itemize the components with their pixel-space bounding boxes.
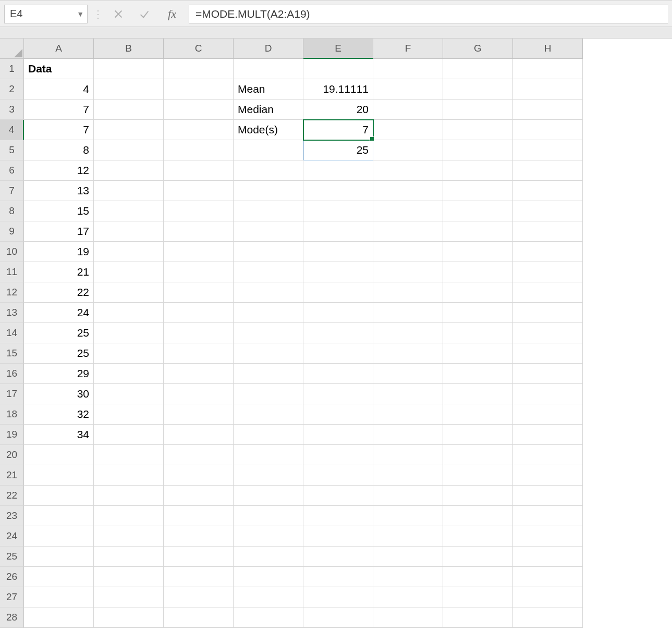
- cell-D19[interactable]: [234, 425, 303, 445]
- cell-E2[interactable]: 19.11111: [303, 79, 373, 100]
- cell-F5[interactable]: [373, 140, 443, 160]
- cell-E7[interactable]: [303, 181, 373, 201]
- cell-B11[interactable]: [94, 262, 164, 282]
- cell-A17[interactable]: 30: [24, 384, 94, 404]
- row-header-9[interactable]: 9: [0, 221, 24, 242]
- cell-B28[interactable]: [94, 607, 164, 628]
- cell-H3[interactable]: [513, 100, 583, 120]
- cell-H28[interactable]: [513, 607, 583, 628]
- row-header-13[interactable]: 13: [0, 303, 24, 323]
- cell-H12[interactable]: [513, 282, 583, 303]
- cell-H1[interactable]: [513, 59, 583, 79]
- cell-H8[interactable]: [513, 201, 583, 221]
- cell-H14[interactable]: [513, 323, 583, 343]
- cell-A11[interactable]: 21: [24, 262, 94, 282]
- cell-F12[interactable]: [373, 282, 443, 303]
- cell-E8[interactable]: [303, 201, 373, 221]
- cell-C8[interactable]: [164, 201, 234, 221]
- cell-B27[interactable]: [94, 587, 164, 607]
- cell-H2[interactable]: [513, 79, 583, 100]
- cell-D22[interactable]: [234, 486, 303, 506]
- formula-input[interactable]: =MODE.MULT(A2:A19): [189, 5, 668, 23]
- cell-A2[interactable]: 4: [24, 79, 94, 100]
- cell-E23[interactable]: [303, 506, 373, 526]
- chevron-down-icon[interactable]: ▼: [77, 10, 84, 18]
- cell-C18[interactable]: [164, 404, 234, 425]
- cell-C2[interactable]: [164, 79, 234, 100]
- cell-C22[interactable]: [164, 486, 234, 506]
- column-header-H[interactable]: H: [513, 39, 583, 59]
- cell-E28[interactable]: [303, 607, 373, 628]
- cell-D12[interactable]: [234, 282, 303, 303]
- cell-A9[interactable]: 17: [24, 221, 94, 242]
- cell-H24[interactable]: [513, 526, 583, 547]
- cell-F28[interactable]: [373, 607, 443, 628]
- cell-D15[interactable]: [234, 343, 303, 364]
- cell-C24[interactable]: [164, 526, 234, 547]
- cell-A26[interactable]: [24, 567, 94, 587]
- cell-G19[interactable]: [443, 425, 513, 445]
- cell-F18[interactable]: [373, 404, 443, 425]
- cell-D1[interactable]: [234, 59, 303, 79]
- column-header-E[interactable]: E: [303, 39, 373, 59]
- cell-A4[interactable]: 7: [24, 120, 94, 140]
- cell-B22[interactable]: [94, 486, 164, 506]
- cell-G11[interactable]: [443, 262, 513, 282]
- cell-F22[interactable]: [373, 486, 443, 506]
- cell-A21[interactable]: [24, 465, 94, 486]
- row-header-19[interactable]: 19: [0, 425, 24, 445]
- cell-B16[interactable]: [94, 364, 164, 384]
- cell-H15[interactable]: [513, 343, 583, 364]
- row-header-12[interactable]: 12: [0, 282, 24, 303]
- cell-E17[interactable]: [303, 384, 373, 404]
- cell-H16[interactable]: [513, 364, 583, 384]
- cell-H10[interactable]: [513, 242, 583, 262]
- cell-H27[interactable]: [513, 587, 583, 607]
- cell-G6[interactable]: [443, 160, 513, 181]
- row-header-11[interactable]: 11: [0, 262, 24, 282]
- cell-F7[interactable]: [373, 181, 443, 201]
- cell-D17[interactable]: [234, 384, 303, 404]
- cell-E15[interactable]: [303, 343, 373, 364]
- cell-G22[interactable]: [443, 486, 513, 506]
- cell-A15[interactable]: 25: [24, 343, 94, 364]
- cell-H9[interactable]: [513, 221, 583, 242]
- cell-E4[interactable]: 7: [303, 120, 373, 140]
- row-header-10[interactable]: 10: [0, 242, 24, 262]
- check-icon[interactable]: [131, 1, 157, 27]
- cell-G12[interactable]: [443, 282, 513, 303]
- cell-E18[interactable]: [303, 404, 373, 425]
- cell-B14[interactable]: [94, 323, 164, 343]
- cell-G20[interactable]: [443, 445, 513, 465]
- cell-D2[interactable]: Mean: [234, 79, 303, 100]
- cell-E19[interactable]: [303, 425, 373, 445]
- cell-E9[interactable]: [303, 221, 373, 242]
- cell-G14[interactable]: [443, 323, 513, 343]
- cell-C14[interactable]: [164, 323, 234, 343]
- cell-F19[interactable]: [373, 425, 443, 445]
- cell-C21[interactable]: [164, 465, 234, 486]
- cell-C27[interactable]: [164, 587, 234, 607]
- cell-A20[interactable]: [24, 445, 94, 465]
- cell-F10[interactable]: [373, 242, 443, 262]
- row-header-2[interactable]: 2: [0, 79, 24, 100]
- cell-F13[interactable]: [373, 303, 443, 323]
- cell-D21[interactable]: [234, 465, 303, 486]
- cell-B9[interactable]: [94, 221, 164, 242]
- cell-G3[interactable]: [443, 100, 513, 120]
- cell-B6[interactable]: [94, 160, 164, 181]
- cell-F1[interactable]: [373, 59, 443, 79]
- cell-E24[interactable]: [303, 526, 373, 547]
- cell-A16[interactable]: 29: [24, 364, 94, 384]
- cell-A27[interactable]: [24, 587, 94, 607]
- cell-A28[interactable]: [24, 607, 94, 628]
- cell-E25[interactable]: [303, 547, 373, 567]
- cell-C26[interactable]: [164, 567, 234, 587]
- cell-C4[interactable]: [164, 120, 234, 140]
- cell-B2[interactable]: [94, 79, 164, 100]
- cell-E11[interactable]: [303, 262, 373, 282]
- column-header-A[interactable]: A: [24, 39, 94, 59]
- cell-B20[interactable]: [94, 445, 164, 465]
- cell-G15[interactable]: [443, 343, 513, 364]
- cell-H17[interactable]: [513, 384, 583, 404]
